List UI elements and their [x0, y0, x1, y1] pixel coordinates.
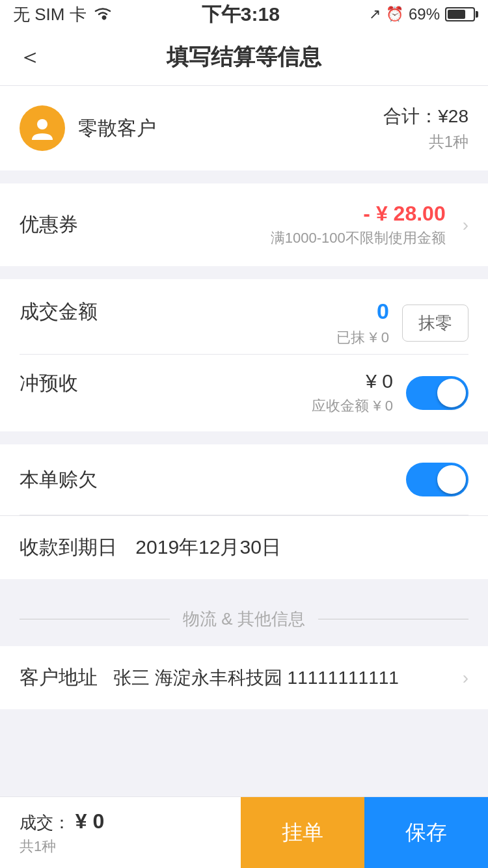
round-zero-button[interactable]: 抹零 [402, 305, 468, 342]
deal-amount-value: 0 [336, 299, 389, 324]
due-date-row: 收款到期日 2019年12月30日 [0, 515, 488, 579]
status-left: 无 SIM 卡 [13, 3, 113, 26]
coupon-chevron-icon: › [463, 215, 468, 236]
back-button[interactable]: ＜ [18, 41, 42, 73]
footer-deal-label: 成交： [20, 813, 70, 832]
address-label: 客户地址 [20, 664, 98, 691]
svg-point-0 [37, 119, 47, 129]
deal-amount-row: 成交金额 0 已抹 ¥ 0 抹零 [0, 279, 488, 354]
status-bar: 无 SIM 卡 下午3:18 ↗ ⏰ 69% [0, 0, 488, 29]
location-icon: ↗ [369, 6, 381, 23]
coupon-row[interactable]: 优惠券 - ¥ 28.00 满1000-100不限制使用金额 › [0, 183, 488, 266]
no-sim-text: 无 SIM 卡 [13, 3, 87, 26]
transaction-section: 成交金额 0 已抹 ¥ 0 抹零 冲预收 ¥ 0 应收金额 ¥ 0 [0, 279, 488, 431]
footer-info: 成交： ¥ 0 共1种 [0, 797, 241, 868]
coupon-discount: - ¥ 28.00 满1000-100不限制使用金额 [271, 202, 446, 248]
sep-line-right [318, 619, 468, 619]
status-right: ↗ ⏰ 69% [369, 5, 475, 23]
debt-label: 本单赊欠 [20, 467, 98, 493]
wifi-icon [93, 5, 113, 25]
deal-amount-label: 成交金额 [20, 299, 98, 325]
hang-button[interactable]: 挂单 [241, 797, 364, 868]
customer-row: 零散客户 合计：¥28 共1种 [0, 86, 488, 170]
discount-amount: - ¥ 28.00 [271, 202, 446, 226]
coupon-right: - ¥ 28.00 满1000-100不限制使用金额 › [271, 202, 468, 248]
total-count: 共1种 [383, 131, 468, 152]
toggle-knob [437, 379, 466, 407]
customer-section: 零散客户 合计：¥28 共1种 [0, 86, 488, 170]
address-value: 张三 海淀永丰科技园 11111111111 [113, 666, 447, 690]
footer-count: 共1种 [20, 837, 221, 856]
prepayment-subtext: 应收金额 ¥ 0 [312, 396, 393, 416]
coupon-label: 优惠券 [20, 211, 78, 238]
alarm-icon: ⏰ [386, 6, 403, 23]
coupon-section: 优惠券 - ¥ 28.00 满1000-100不限制使用金额 › [0, 183, 488, 266]
page-title: 填写结算等信息 [167, 42, 321, 72]
footer-deal-row: 成交： ¥ 0 [20, 809, 221, 834]
battery-icon [445, 7, 475, 21]
debt-toggle[interactable] [406, 463, 468, 496]
nav-bar: ＜ 填写结算等信息 [0, 29, 488, 86]
save-button[interactable]: 保存 [364, 797, 488, 868]
due-date-value: 2019年12月30日 [135, 536, 280, 558]
prepayment-value: ¥ 0 [312, 370, 393, 392]
address-row[interactable]: 客户地址 张三 海淀永丰科技园 11111111111 › [0, 646, 488, 709]
footer: 成交： ¥ 0 共1种 挂单 保存 [0, 796, 488, 868]
prepayment-toggle[interactable] [406, 376, 468, 410]
logistics-separator: 物流 & 其他信息 [0, 592, 488, 646]
customer-right: 合计：¥28 共1种 [383, 104, 468, 152]
content: 零散客户 合计：¥28 共1种 优惠券 - ¥ 28.00 满1000-100不… [0, 86, 488, 852]
total-price: 合计：¥28 [383, 104, 468, 129]
battery-percent: 69% [409, 5, 440, 23]
prepayment-label: 冲预收 [20, 370, 78, 397]
address-chevron-icon: › [463, 668, 468, 688]
avatar [20, 105, 65, 151]
debt-section: 本单赊欠 收款到期日 2019年12月30日 [0, 444, 488, 579]
address-section: 客户地址 张三 海淀永丰科技园 11111111111 › [0, 646, 488, 709]
due-date-label: 收款到期日 [20, 536, 117, 558]
prepayment-row: 冲预收 ¥ 0 应收金额 ¥ 0 [0, 355, 488, 431]
discount-desc: 满1000-100不限制使用金额 [271, 228, 446, 248]
status-time: 下午3:18 [202, 1, 280, 28]
debt-row: 本单赊欠 [0, 444, 488, 515]
customer-name: 零散客户 [78, 115, 156, 142]
footer-amount: ¥ 0 [75, 809, 104, 833]
logistics-sep-text: 物流 & 其他信息 [183, 608, 305, 631]
sep-line-left [20, 619, 170, 619]
customer-left: 零散客户 [20, 105, 156, 151]
debt-toggle-knob [437, 465, 466, 494]
deal-amount-subtext: 已抹 ¥ 0 [336, 328, 389, 347]
